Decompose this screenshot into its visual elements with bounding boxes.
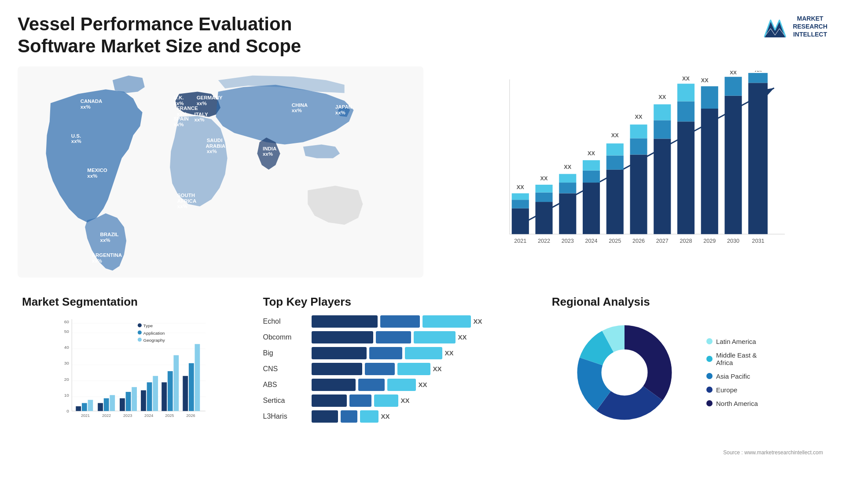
svg-text:ARABIA: ARABIA: [206, 143, 226, 148]
svg-rect-39: [512, 200, 529, 208]
key-players-title: Top Key Players: [263, 295, 534, 309]
player-row-abs: ABS XX: [263, 379, 534, 391]
svg-rect-69: [654, 120, 671, 139]
svg-text:XX: XX: [588, 150, 595, 156]
bar-light-abs: [387, 379, 416, 391]
svg-rect-131: [138, 330, 142, 334]
market-size-bar-chart: XX 2021 XX 2022 XX 2023 XX 2024: [454, 71, 823, 260]
regional-legend: Latin America Middle East &Africa Asia P…: [706, 338, 823, 407]
svg-rect-74: [677, 101, 694, 121]
svg-text:2029: 2029: [703, 238, 716, 244]
legend-europe: Europe: [706, 386, 823, 394]
svg-rect-70: [654, 104, 671, 120]
header: Vessel Performance Evaluation Software M…: [18, 13, 827, 58]
svg-text:xx%: xx%: [197, 100, 207, 106]
player-name-sertica: Sertica: [263, 397, 307, 405]
bar-dark-cns: [312, 363, 362, 375]
svg-text:2026: 2026: [186, 413, 195, 418]
bar-light-echol: [422, 315, 471, 328]
svg-rect-78: [701, 109, 718, 234]
svg-text:CANADA: CANADA: [81, 99, 103, 104]
world-map-svg: CANADA xx% U.S. xx% MEXICO xx% BRAZIL xx…: [18, 66, 423, 278]
player-xx-abs: XX: [419, 381, 427, 388]
svg-text:xx%: xx%: [92, 258, 102, 263]
svg-text:2021: 2021: [514, 238, 526, 244]
player-bar-cns: XX: [312, 363, 442, 375]
map-section: CANADA xx% U.S. xx% MEXICO xx% BRAZIL xx…: [18, 66, 423, 278]
legend-label-europe: Europe: [716, 386, 737, 394]
regional-title: Regional Analysis: [552, 295, 823, 309]
svg-text:SOUTH: SOUTH: [177, 193, 195, 198]
legend-label-latin: Latin America: [716, 338, 756, 345]
svg-text:BRAZIL: BRAZIL: [100, 232, 119, 237]
legend-north-america: North America: [706, 400, 823, 407]
svg-text:GERMANY: GERMANY: [197, 95, 223, 100]
players-list: Echol XX Obcomm XX: [263, 315, 534, 423]
bar-dark-abs: [312, 379, 356, 391]
bar-dark-obcomm: [312, 331, 373, 343]
svg-rect-45: [535, 185, 552, 193]
svg-text:Type: Type: [143, 323, 153, 328]
legend-label-mea: Middle East &Africa: [716, 351, 757, 366]
svg-rect-48: [559, 193, 576, 234]
svg-point-140: [603, 351, 647, 394]
svg-rect-122: [168, 371, 173, 411]
bar-dark-echol: [312, 315, 378, 328]
svg-rect-60: [606, 143, 624, 155]
svg-text:20: 20: [64, 376, 70, 381]
player-name-obcomm: Obcomm: [263, 333, 307, 341]
svg-text:40: 40: [64, 345, 70, 350]
svg-text:0: 0: [66, 409, 69, 413]
legend-dot-mea: [706, 356, 713, 362]
svg-text:2025: 2025: [165, 413, 174, 418]
svg-text:XX: XX: [682, 75, 690, 81]
legend-dot-europe: [706, 387, 713, 393]
legend-dot-latin: [706, 338, 713, 344]
bottom-row: Market Segmentation 0 10 20 30 40 50 60: [18, 291, 827, 458]
svg-rect-107: [88, 400, 93, 411]
svg-text:XX: XX: [730, 71, 737, 75]
svg-text:2021: 2021: [81, 413, 90, 418]
svg-text:CHINA: CHINA: [292, 102, 308, 108]
svg-rect-115: [132, 387, 137, 411]
player-bar-echol: XX: [312, 315, 482, 328]
svg-text:xx%: xx%: [292, 108, 302, 113]
svg-text:JAPAN: JAPAN: [335, 104, 352, 110]
player-row-obcomm: Obcomm XX: [263, 331, 534, 343]
bar-light-l3haris: [360, 410, 378, 423]
legend-middle-east: Middle East &Africa: [706, 351, 823, 366]
bar-mid-l3haris: [341, 410, 357, 423]
svg-text:xx%: xx%: [81, 104, 91, 110]
player-bar-l3haris: XX: [312, 410, 390, 423]
svg-text:XX: XX: [755, 71, 762, 73]
top-row: CANADA xx% U.S. xx% MEXICO xx% BRAZIL xx…: [18, 66, 827, 278]
svg-rect-127: [195, 344, 200, 411]
bar-mid-obcomm: [376, 331, 411, 343]
player-xx-l3haris: XX: [381, 413, 390, 420]
player-xx-sertica: XX: [401, 397, 410, 404]
logo-text: MARKET RESEARCH INTELLECT: [793, 15, 827, 39]
svg-text:XX: XX: [564, 164, 571, 170]
bar-dark-l3haris: [312, 410, 338, 423]
svg-text:2024: 2024: [585, 238, 597, 244]
svg-rect-58: [606, 170, 624, 234]
svg-text:xx%: xx%: [207, 149, 217, 154]
svg-rect-111: [110, 395, 115, 411]
bar-dark-sertica: [312, 394, 347, 407]
player-xx-big: XX: [445, 349, 454, 357]
svg-rect-129: [138, 323, 142, 327]
svg-text:xx%: xx%: [194, 117, 204, 122]
svg-text:xx%: xx%: [174, 121, 184, 127]
svg-rect-83: [724, 77, 742, 95]
svg-rect-59: [606, 155, 624, 169]
svg-rect-53: [583, 183, 600, 234]
svg-text:INDIA: INDIA: [263, 146, 276, 151]
page-title: Vessel Performance Evaluation Software M…: [18, 13, 326, 58]
svg-text:2031: 2031: [752, 238, 764, 244]
svg-text:2023: 2023: [123, 413, 132, 418]
bar-mid-echol: [380, 315, 420, 328]
svg-text:xx%: xx%: [263, 151, 273, 157]
svg-rect-65: [630, 124, 647, 138]
bar-dark-big: [312, 347, 367, 359]
logo-area: MARKET RESEARCH INTELLECT: [762, 13, 827, 40]
